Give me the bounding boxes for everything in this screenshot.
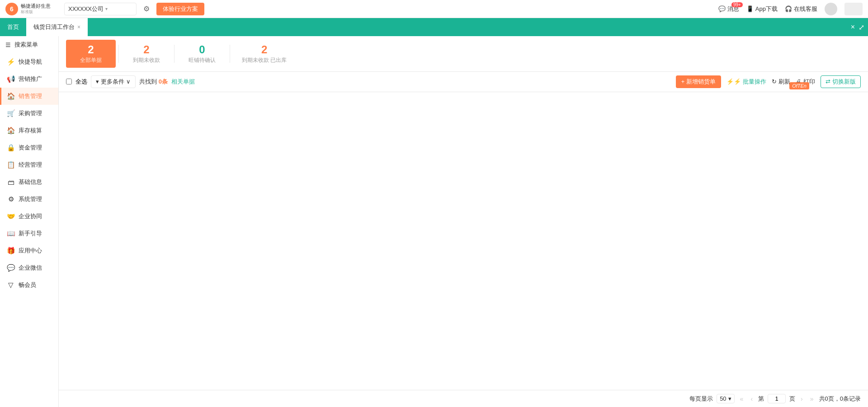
stat-number-all: 2 (88, 43, 94, 56)
basic-icon: 🗃 (7, 178, 15, 186)
page-last-btn[interactable]: » (808, 394, 816, 403)
page-next-btn[interactable]: › (799, 394, 805, 403)
stat-divider-2 (174, 45, 175, 63)
sidebar-item-marketing[interactable]: 📢 营销推广 (0, 70, 58, 88)
user-name[interactable] (844, 3, 863, 15)
sidebar-item-weixin[interactable]: 💬 企业微信 (0, 259, 58, 276)
print-btn[interactable]: 🖨 打印 (796, 78, 815, 86)
tab-home[interactable]: 首页 (0, 18, 26, 36)
select-all-checkbox[interactable] (66, 79, 72, 84)
message-icon: 💬 (718, 5, 726, 12)
stat-label-pending: 旺铺待确认 (189, 56, 216, 64)
sidebar-item-inventory[interactable]: 🏠 库存核算 (0, 122, 58, 139)
header-right: 💬 消息 99+ 📱 App下载 🎧 在线客服 (718, 3, 863, 15)
stat-number-overdue: 2 (143, 43, 149, 56)
switch-version-btn[interactable]: ⇄ 切换新版 (821, 75, 861, 88)
message-btn[interactable]: 💬 消息 99+ (718, 5, 739, 13)
industry-btn[interactable]: 体验行业方案 (156, 3, 204, 15)
page-label: 第 (758, 395, 764, 403)
logo-badge: 标准版 (21, 9, 51, 15)
sidebar-item-appstore[interactable]: 🎁 应用中心 (0, 242, 58, 259)
sidebar-label-capital: 资金管理 (19, 144, 42, 152)
sidebar-label-basic: 基础信息 (19, 178, 42, 186)
tab-close-icon[interactable]: × (77, 24, 80, 30)
sidebar-label-system: 系统管理 (19, 195, 42, 203)
sidebar-item-quick-nav[interactable]: ⚡ 快捷导航 (0, 53, 58, 70)
main-layout: ☰ 搜索菜单 ⚡ 快捷导航 📢 营销推广 🏠 销售管理 🛒 采购管理 🏠 库存核… (0, 36, 868, 407)
tab-minimize-btn[interactable]: × (851, 23, 855, 31)
chevron-down-icon: ▾ (105, 6, 108, 11)
logo-text: 畅捷通好生意 (21, 3, 51, 9)
quick-nav-icon: ⚡ (7, 58, 15, 66)
sidebar-item-enterprise[interactable]: 🤝 企业协同 (0, 208, 58, 225)
stat-tab-pending[interactable]: 0 旺铺待确认 (177, 40, 227, 68)
tabbar-right: × ⤢ (851, 23, 868, 32)
select-all-label: 全选 (75, 78, 87, 86)
sidebar-label-quick-nav: 快捷导航 (19, 58, 42, 66)
sales-icon: 🏠 (7, 92, 15, 100)
table-area (59, 92, 868, 390)
filter-icon: ▾ (96, 78, 99, 85)
stat-divider-1 (118, 45, 119, 63)
stats-bar: 2 全部单据 2 到期未收款 0 旺铺待确认 2 到期未收款 已出库 (59, 36, 868, 72)
print-label: 打印 (803, 78, 815, 86)
page-prev-btn[interactable]: ‹ (749, 394, 755, 403)
sidebar-label-enterprise: 企业协同 (19, 212, 42, 220)
service-label: 在线客服 (794, 5, 817, 13)
batch-icon: ⚡⚡ (726, 78, 741, 85)
sidebar-label-inventory: 库存核算 (19, 126, 42, 135)
app-download-btn[interactable]: 📱 App下载 (746, 5, 778, 13)
appstore-icon: 🎁 (7, 247, 15, 255)
sidebar-search[interactable]: ☰ 搜索菜单 (0, 36, 58, 53)
sidebar-item-sales[interactable]: 🏠 销售管理 (0, 88, 58, 105)
tab-active[interactable]: 钱货日清工作台 × (26, 18, 88, 36)
related-btn[interactable]: 相关单据 (171, 78, 195, 86)
inventory-icon: 🏠 (7, 126, 15, 135)
sidebar-item-system[interactable]: ⚙ 系统管理 (0, 191, 58, 208)
switch-label: 切换新版 (832, 78, 856, 86)
sidebar-item-basic[interactable]: 🗃 基础信息 (0, 173, 58, 191)
logo-icon: 6 (5, 3, 18, 15)
marketing-icon: 📢 (7, 75, 15, 83)
filter-btn[interactable]: ▾ 更多条件 ∨ (91, 75, 136, 88)
sidebar-label-weixin: 企业微信 (19, 264, 42, 272)
stat-tab-all[interactable]: 2 全部单据 (66, 40, 116, 68)
page-size-value: 50 (720, 395, 726, 402)
tab-label: 钱货日清工作台 (33, 23, 75, 31)
stat-tab-overdue[interactable]: 2 到期未收款 (122, 40, 171, 68)
tabbar: 首页 钱货日清工作台 × × ⤢ (0, 18, 868, 36)
search-label: 搜索菜单 (14, 41, 38, 49)
company-name: XXXXXX公司 (68, 5, 104, 13)
app-label: App下载 (755, 5, 778, 13)
page-size-select[interactable]: 50 ▾ (717, 394, 734, 403)
found-text: 共找到 0条 (139, 78, 168, 86)
sidebar-item-operation[interactable]: 📋 经营管理 (0, 156, 58, 173)
found-count: 0条 (159, 78, 168, 85)
sidebar-item-guide[interactable]: 📖 新手引导 (0, 225, 58, 242)
refresh-btn[interactable]: ↻ 刷新 (772, 78, 790, 86)
tab-maximize-btn[interactable]: ⤢ (859, 23, 864, 32)
enterprise-icon: 🤝 (7, 212, 15, 220)
stat-number-shipped: 2 (261, 43, 267, 56)
pagination: 每页显示 50 ▾ « ‹ 第 页 › » 共0页，0条记录 (59, 390, 868, 407)
stat-number-pending: 0 (199, 43, 205, 56)
page-suffix: 页 (789, 395, 795, 403)
page-first-btn[interactable]: « (738, 394, 745, 403)
online-service-btn[interactable]: 🎧 在线客服 (785, 5, 817, 13)
sidebar-item-capital[interactable]: 🔒 资金管理 (0, 139, 58, 156)
sidebar-label-purchase: 采购管理 (19, 109, 42, 117)
company-selector[interactable]: XXXXXX公司 ▾ (64, 3, 137, 15)
new-sale-btn[interactable]: + 新增销货单 (676, 75, 721, 88)
batch-operation-btn[interactable]: ⚡⚡ 批量操作 (726, 78, 766, 86)
message-badge: 99+ (731, 2, 743, 7)
member-icon: ▽ (7, 281, 15, 289)
batch-label: 批量操作 (743, 78, 766, 86)
search-icon: ☰ (5, 42, 11, 48)
avatar[interactable] (825, 3, 837, 15)
sidebar-label-appstore: 应用中心 (19, 247, 42, 255)
sidebar-item-member[interactable]: ▽ 畅会员 (0, 276, 58, 294)
settings-icon[interactable]: ⚙ (140, 3, 153, 15)
stat-tab-shipped[interactable]: 2 到期未收款 已出库 (233, 40, 296, 68)
page-input[interactable] (768, 394, 786, 403)
sidebar-item-purchase[interactable]: 🛒 采购管理 (0, 105, 58, 122)
